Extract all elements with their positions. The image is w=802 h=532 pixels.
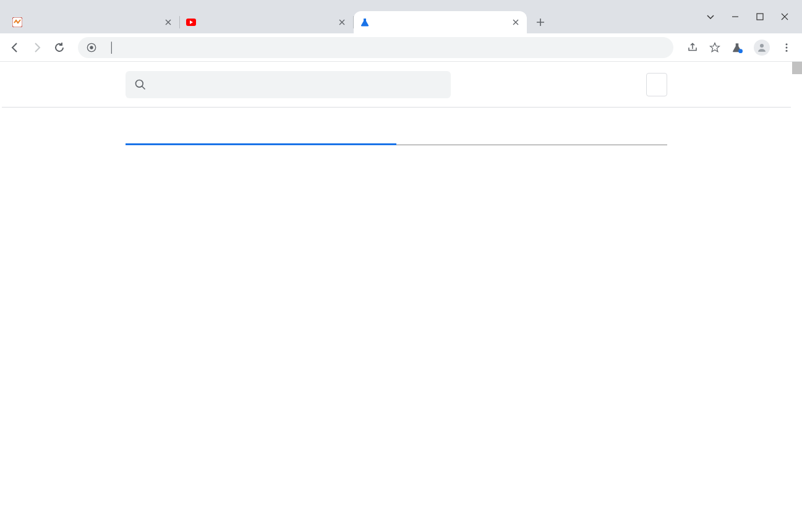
share-icon[interactable] [687, 42, 698, 53]
kebab-menu-icon[interactable] [781, 42, 792, 53]
scrollbar-thumb[interactable] [792, 62, 802, 74]
site-info-icon[interactable] [87, 43, 96, 53]
back-button[interactable] [6, 39, 23, 56]
window-controls [693, 6, 802, 33]
tab-list [0, 6, 693, 33]
chevron-down-icon[interactable] [706, 12, 715, 22]
search-flags-field[interactable] [126, 71, 451, 98]
minimize-icon[interactable] [730, 12, 740, 22]
close-icon[interactable] [511, 17, 521, 27]
flask-icon [360, 17, 370, 27]
close-icon[interactable] [337, 17, 347, 27]
reset-all-button[interactable] [646, 73, 667, 96]
browser-tab-ghacks[interactable] [6, 11, 179, 33]
svg-point-7 [786, 43, 788, 45]
tab-available[interactable] [126, 127, 396, 145]
favicon-youtube [186, 17, 196, 27]
search-input[interactable] [153, 78, 442, 91]
flags-top-bar [2, 62, 791, 108]
search-icon [134, 78, 147, 91]
browser-tab-experiments[interactable] [354, 11, 527, 33]
svg-point-6 [760, 44, 764, 48]
extension-flask-icon[interactable] [732, 42, 743, 53]
svg-point-8 [786, 46, 788, 48]
close-icon[interactable] [163, 17, 173, 27]
window-tab-strip [0, 0, 802, 33]
new-tab-button[interactable] [532, 14, 549, 31]
bookmark-icon[interactable] [709, 42, 720, 53]
svg-point-5 [738, 49, 743, 53]
browser-toolbar: │ [0, 33, 802, 62]
browser-tab-youtube[interactable] [180, 11, 353, 33]
svg-point-9 [786, 49, 788, 51]
page-viewport [0, 62, 792, 528]
url-separator: │ [109, 42, 115, 53]
maximize-icon[interactable] [755, 12, 765, 22]
profile-avatar[interactable] [754, 40, 770, 56]
address-bar[interactable]: │ [78, 37, 673, 58]
svg-rect-2 [757, 14, 763, 20]
window-close-icon[interactable] [780, 12, 790, 22]
reload-button[interactable] [51, 39, 68, 56]
svg-point-10 [135, 80, 143, 87]
favicon-ghacks [12, 17, 22, 27]
tab-unavailable[interactable] [396, 127, 667, 145]
svg-point-4 [90, 46, 93, 49]
forward-button[interactable] [28, 39, 46, 56]
toolbar-right [683, 40, 796, 56]
flags-tab-nav [126, 127, 667, 145]
